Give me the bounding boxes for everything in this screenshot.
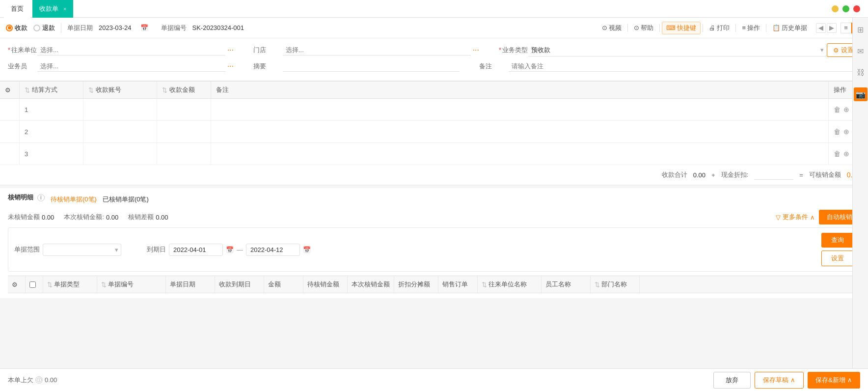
print-btn[interactable]: 🖨 打印	[705, 22, 733, 34]
nav-prev-btn[interactable]: ◀	[816, 23, 826, 33]
detail-th-amount: 金额	[264, 276, 303, 293]
more-conditions-btn[interactable]: ▽ 更多条件 ∧	[776, 213, 815, 222]
td-amount-3	[157, 143, 211, 165]
doc-type-radio-group: 收款 退款	[6, 24, 55, 32]
summary-input[interactable]	[283, 61, 460, 72]
action-btns-3: 🗑 ⊕	[834, 150, 849, 158]
pending-tab[interactable]: 待核销单据(0笔)	[51, 195, 97, 204]
copy-icon-2[interactable]: ⊕	[843, 128, 849, 136]
td-gear-3	[0, 143, 20, 165]
staff-label: 业务员	[8, 62, 37, 71]
th-amount: ⇅ 收款金额	[157, 82, 211, 98]
this-time-stat: 本次核销金额: 0.00	[64, 213, 118, 222]
nav-home-tab[interactable]: 首页	[4, 0, 30, 18]
partner-more-btn[interactable]: ···	[227, 46, 234, 55]
detail-th-pending: 待核销金额	[303, 276, 348, 293]
copy-icon-1[interactable]: ⊕	[843, 106, 849, 113]
detail-th-date: 单据日期	[166, 276, 215, 293]
radio-refund[interactable]: 退款	[33, 24, 55, 32]
bottom-info-value: 0.00	[45, 376, 57, 384]
date-value: 2023-03-24	[99, 24, 132, 31]
td-row-num-2: 2	[20, 121, 83, 142]
calendar-icon[interactable]: 📅	[137, 23, 151, 32]
cal-icon-from[interactable]: 📅	[226, 246, 234, 253]
shortcut-btn[interactable]: ⌨ 快捷键	[662, 22, 701, 34]
close-tab-icon[interactable]: ×	[63, 6, 66, 12]
summary-row: 收款合计 0.00 + 现金折扣: = 可核销金额 0.00	[0, 165, 868, 185]
range-field: 单据范围 ▾	[14, 244, 121, 256]
total-label: 收款合计	[662, 170, 687, 179]
set-btn[interactable]: 设置	[821, 251, 854, 266]
copy-icon-3[interactable]: ⊕	[843, 150, 849, 158]
range-label: 单据范围	[14, 245, 40, 254]
draft-btn[interactable]: 保存草稿 ∧	[755, 372, 804, 389]
table-header: ⚙ ⇅ 结算方式 ⇅ 收款账号 ⇅ 收款金额 备注 操作	[0, 81, 868, 99]
num-label: 单据编号	[161, 24, 187, 32]
store-input[interactable]	[283, 45, 471, 56]
window-controls	[828, 5, 864, 12]
setting-icon: ⚙	[833, 47, 839, 54]
detail-th-settings[interactable]: ⚙	[8, 276, 26, 293]
sidebar-camera-icon[interactable]: 📷	[854, 87, 868, 101]
detail-check-all[interactable]	[29, 281, 36, 288]
store-more-btn[interactable]: ···	[473, 46, 479, 55]
discount-input[interactable]	[754, 170, 793, 180]
done-tab[interactable]: 已核销单据(0笔)	[103, 195, 149, 204]
radio-receive-label: 收款	[15, 24, 27, 32]
table-row: 3 🗑 ⊕	[0, 143, 868, 165]
bottom-info-icon[interactable]: ⓘ	[35, 376, 43, 384]
save-new-btn[interactable]: 保存&新增 ∧	[808, 372, 860, 389]
th-action-label: 操作	[834, 85, 846, 94]
td-gear-1	[0, 99, 20, 120]
query-btn[interactable]: 查询	[821, 233, 854, 248]
nav-next-btn[interactable]: ▶	[827, 23, 837, 33]
th-settings[interactable]: ⚙	[0, 82, 20, 98]
operation-icon: ≡	[742, 24, 746, 31]
abandon-btn[interactable]: 放弃	[713, 372, 751, 389]
minimize-btn[interactable]	[832, 5, 839, 12]
delete-icon-2[interactable]: 🗑	[834, 128, 841, 136]
sidebar-mail-icon[interactable]: ✉	[854, 44, 868, 58]
summary-label: 摘要	[253, 62, 283, 71]
right-sidebar: ⊞ ✉ ⛓ 📷	[852, 18, 868, 391]
range-select[interactable]	[43, 244, 121, 256]
history-btn[interactable]: 📋 历史单据	[768, 22, 811, 34]
staff-input[interactable]	[37, 61, 225, 72]
plus-sign: +	[711, 171, 715, 179]
date-from-input[interactable]	[169, 244, 223, 256]
net-label: 可核销金额	[809, 170, 841, 179]
verification-info-icon[interactable]: i	[37, 194, 45, 201]
toolbar-divider-1	[61, 23, 61, 33]
delete-icon-1[interactable]: 🗑	[834, 106, 841, 113]
draft-arrow-icon: ∧	[790, 376, 795, 384]
video-btn[interactable]: ⊙ 视频	[598, 22, 625, 34]
date-to-input[interactable]	[246, 244, 300, 256]
cal-icon-to[interactable]: 📅	[303, 246, 311, 253]
delete-icon-3[interactable]: 🗑	[834, 150, 841, 158]
biz-type-select[interactable]: 预收款 ▾	[528, 44, 827, 56]
notes-input[interactable]	[509, 61, 860, 72]
help-btn[interactable]: ⊙ 帮助	[630, 22, 657, 34]
partner-input[interactable]	[37, 45, 225, 56]
th-remark-label: 备注	[216, 85, 229, 94]
biz-type-label: 业务类型	[499, 46, 528, 55]
partner-field: 往来单位 ···	[8, 45, 234, 56]
bottom-btns: 放弃 保存草稿 ∧ 保存&新增 ∧	[713, 372, 860, 389]
radio-receive[interactable]: 收款	[6, 24, 27, 32]
diff-label: 核销差额	[128, 213, 154, 222]
staff-more-btn[interactable]: ···	[227, 62, 234, 71]
bottom-info: 本单上欠 ⓘ 0.00	[8, 376, 57, 385]
toolbar: 收款 退款 单据日期 2023-03-24 📅 单据编号 SK-20230324…	[0, 18, 868, 38]
sidebar-table-icon[interactable]: ⊞	[854, 23, 868, 36]
diff-value: 0.00	[156, 214, 168, 221]
list-view-btn[interactable]: ≡	[841, 23, 851, 33]
td-account-3	[83, 143, 157, 165]
nav-active-tab[interactable]: 收款单 ×	[32, 0, 73, 18]
sidebar-link-icon[interactable]: ⛓	[854, 66, 868, 80]
operation-btn[interactable]: ≡ 操作	[738, 22, 764, 34]
shortcut-icon: ⌨	[666, 24, 676, 31]
close-window-btn[interactable]	[853, 5, 860, 12]
save-new-arrow-icon: ∧	[847, 376, 852, 384]
maximize-btn[interactable]	[842, 5, 849, 12]
detail-th-dept: ⇅ 部门名称	[591, 276, 640, 293]
